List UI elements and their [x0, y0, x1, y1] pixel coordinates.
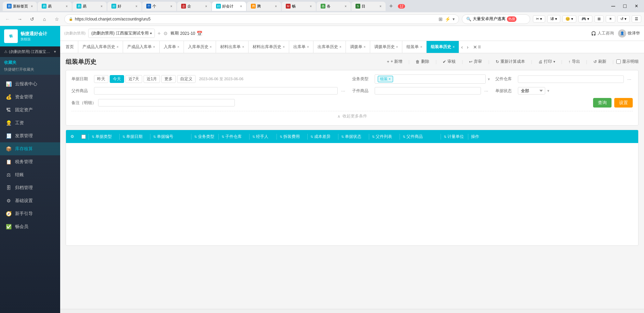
sidebar-item-guide[interactable]: 🧭 新手引导 [0, 207, 60, 220]
browser-tab-7-active[interactable]: 好 好会计 × [212, 2, 246, 11]
parent-warehouse-input[interactable] [518, 75, 624, 83]
tab-outbound-close[interactable]: × [307, 45, 309, 49]
tab-inbound-history[interactable]: 入库单历史 × [184, 41, 216, 53]
search-bar[interactable]: 🔍 大量安卓用户逃离 热搜 [462, 14, 530, 24]
th-business-type[interactable]: ⇅ 业务类型 [191, 134, 218, 140]
select-all-checkbox[interactable] [81, 134, 86, 139]
sidebar-item-assets[interactable]: 🏗 固定资产 [0, 103, 60, 116]
tab-assembly-history-close[interactable]: × [453, 45, 455, 49]
th-handler[interactable]: ⇅ 经手人 [249, 134, 277, 140]
lightning-icon[interactable]: ⚡ [445, 16, 451, 22]
browser-tab-2[interactable]: 易 易 × [38, 2, 72, 11]
delete-button[interactable]: 🗑 删除 [412, 57, 433, 66]
browser-tab-11[interactable]: S 目 × [351, 2, 386, 11]
search-button[interactable]: 查询 [593, 98, 612, 108]
child-product-ellipsis[interactable]: ··· [483, 88, 490, 94]
tab-inbound-close[interactable]: × [177, 45, 179, 49]
emoji-button[interactable]: 😊 ▾ [562, 15, 576, 23]
cut-button[interactable]: ✂ ▾ [533, 15, 545, 23]
tab-home[interactable]: 首页 [62, 41, 78, 53]
sidebar-item-funds[interactable]: 💰 资金管理 [0, 90, 60, 103]
browser-tab-8[interactable]: 腾 腾 × [247, 2, 281, 11]
abandon-button[interactable]: ↩ 弃审 [466, 57, 485, 66]
date-btn-7days[interactable]: 近7天 [125, 75, 142, 83]
browser-tab-4[interactable]: 好 好 × [107, 2, 142, 11]
sidebar-item-payroll[interactable]: 👷 工资 [0, 116, 60, 129]
business-type-tag-close[interactable]: × [389, 77, 391, 81]
history-button[interactable]: ↺ ▾ [617, 15, 630, 23]
sidebar-item-invoice[interactable]: 🧾 发票管理 [0, 129, 60, 142]
export-button[interactable]: ↑ 导出 [565, 57, 583, 66]
tab-assembly-history[interactable]: 组装单历史 × [427, 41, 459, 53]
sidebar-item-membership[interactable]: ✅ 畅会员 [0, 220, 60, 233]
th-unit[interactable]: ⇅ 计量单位 [441, 134, 468, 140]
refresh-button[interactable]: ↺ 刷新 [590, 57, 610, 66]
tab-finished-goods-history-close[interactable]: × [117, 45, 119, 49]
sidebar-item-reports[interactable]: 📊 云报表中心 [0, 77, 60, 90]
tab-material-out[interactable]: 材料出库单 × [216, 41, 249, 53]
tab-next-button[interactable]: › [465, 41, 471, 53]
th-parent-list[interactable]: ⇅ 父件列表 [369, 134, 400, 140]
tab-prev-button[interactable]: ‹ [459, 41, 465, 53]
tab-inbound-history-close[interactable]: × [210, 45, 212, 49]
new-button[interactable]: + + 新增 [384, 57, 406, 66]
th-disassembly-fee[interactable]: ⇅ 拆装费用 [277, 134, 307, 140]
date-btn-more[interactable]: 更多 [161, 75, 176, 83]
tab-transfer-close[interactable]: × [364, 45, 366, 49]
tab-material-out-history-close[interactable]: × [283, 45, 285, 49]
parent-product-input[interactable] [94, 87, 338, 95]
show-detail-checkbox[interactable] [616, 59, 621, 64]
forward-button[interactable]: → [15, 14, 25, 24]
tab-outbound-history-close[interactable]: × [339, 45, 341, 49]
tab-outbound[interactable]: 出库单 × [289, 41, 313, 53]
th-settings[interactable]: ⚙ [66, 134, 78, 139]
sidebar-item-settings[interactable]: ⚙ 基础设置 [0, 194, 60, 207]
th-cost-diff[interactable]: ⇅ 成本差异 [307, 134, 338, 140]
company-selector-sidebar[interactable]: ⚠ (勿删勿禁用) 江西服宝测试专用 ▾ [0, 46, 60, 57]
maximize-button[interactable]: □ [620, 1, 630, 11]
back-button[interactable]: ← [3, 14, 12, 24]
home-button[interactable]: ⌂ [40, 14, 49, 24]
business-type-input[interactable]: 组装 × [375, 74, 486, 84]
company-header-selector[interactable]: (勿删勿禁用) 江西服宝测试专用 ▾ [88, 29, 155, 38]
tab-finished-goods-close[interactable]: × [153, 45, 155, 49]
tab-transfer-history-close[interactable]: × [396, 45, 398, 49]
game-button[interactable]: 🎮 ▾ [578, 15, 592, 23]
parent-product-ellipsis[interactable]: ··· [340, 88, 347, 94]
new-tab-button[interactable]: + [386, 1, 396, 11]
tab-assembly[interactable]: 组装单 × [402, 41, 427, 53]
browser-tab-1[interactable]: 新 新标签页 × [3, 2, 37, 11]
reload-button[interactable]: ↺ [27, 14, 37, 24]
menu-button[interactable]: ☰ [632, 15, 641, 23]
parent-warehouse-ellipsis[interactable]: ··· [626, 76, 633, 82]
audit-button[interactable]: ✔ 审核 [439, 57, 459, 66]
tab-transfer-history[interactable]: 调拨单历史 × [370, 41, 403, 53]
theme-button[interactable]: ☀ [606, 15, 615, 23]
translate-button[interactable]: 译 ▾ [547, 15, 560, 23]
tab-finished-goods[interactable]: 产成品入库单 × [123, 41, 160, 53]
tab-outbound-history[interactable]: 出库单历史 × [313, 41, 346, 53]
qrcode-icon[interactable]: ⊞ [439, 16, 443, 22]
child-product-input[interactable] [375, 87, 481, 95]
tab-inbound[interactable]: 入库单 × [160, 41, 184, 53]
note-input[interactable] [98, 99, 235, 106]
tab-material-out-history[interactable]: 材料出库单历史 × [249, 41, 289, 53]
address-bar[interactable]: 🔒 https://cloud.chanjet.com/accounting/u… [64, 14, 459, 24]
th-doc-date[interactable]: ⇅ 单据日期 [119, 134, 150, 140]
th-child-warehouse[interactable]: ⇅ 子件仓库 [218, 134, 249, 140]
show-detail-checkbox-label[interactable]: 显示明细 [616, 59, 639, 65]
recalculate-button[interactable]: ↻ 重新计算成本 [492, 57, 528, 66]
business-type-dropdown-icon[interactable]: ▾ [488, 77, 490, 82]
sidebar-item-tax[interactable]: 📋 税务管理 [0, 155, 60, 168]
user-avatar[interactable]: 👤 徐泽华 [618, 29, 640, 38]
date-btn-custom[interactable]: 自定义 [177, 75, 196, 83]
horizontal-scrollbar[interactable] [60, 309, 644, 313]
browser-tab-5[interactable]: 个 个 × [142, 2, 176, 11]
tab-finished-goods-history[interactable]: 产成品入库单历史 × [78, 41, 123, 53]
dropdown-icon[interactable]: ▾ [453, 17, 455, 22]
user-service-btn[interactable]: 🎧 人工咨询 [591, 30, 614, 36]
th-checkbox[interactable] [78, 134, 89, 139]
date-btn-1month[interactable]: 近1月 [144, 75, 160, 83]
browser-tab-3[interactable]: 易 易 × [72, 2, 107, 11]
close-button[interactable]: × [632, 1, 641, 11]
